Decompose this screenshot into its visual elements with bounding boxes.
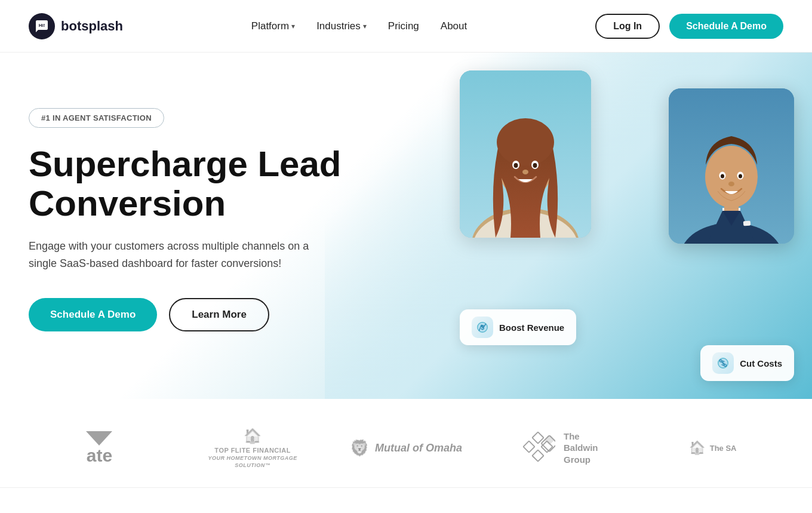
boost-icon: $ [472,317,493,338]
navbar: Hi! botsplash Platform ▾ Industries ▾ Pr… [0,0,812,53]
nav-actions: Log In Schedule A Demo [595,14,783,39]
svg-rect-22 [743,220,751,226]
svg-text:Hi!: Hi! [39,23,45,28]
svg-point-20 [739,174,742,179]
learn-more-button[interactable]: Learn More [169,298,269,331]
svg-rect-35 [532,450,543,461]
hero-images: $ Boost Revenue $ Cut Costs [412,53,812,399]
svg-point-21 [728,182,734,186]
hero-content: #1 IN AGENT SATISFACTION Supercharge Lea… [0,72,370,380]
person-man [669,88,794,244]
logo[interactable]: Hi! botsplash [29,13,123,39]
nav-platform[interactable]: Platform ▾ [251,20,295,32]
hero-title: Supercharge Lead Conversion [29,145,342,223]
svg-point-18 [721,174,724,179]
chevron-down-icon: ▾ [291,22,295,30]
svg-rect-34 [523,441,534,452]
nav-industries[interactable]: Industries ▾ [316,20,367,32]
schedule-demo-nav-button[interactable]: Schedule A Demo [669,14,783,39]
cut-costs-badge: $ Cut Costs [700,345,794,381]
hero-card-man [669,88,794,244]
svg-point-10 [533,163,537,168]
svg-point-16 [705,146,758,208]
logo-the-sa: 🏠 The SA [642,440,783,456]
logo-icon: Hi! [29,13,55,39]
logos-row: ate 🏠 Top Flite Financial Your Hometown … [29,428,783,468]
nav-about[interactable]: About [441,20,467,32]
hero-buttons: Schedule A Demo Learn More [29,298,342,331]
boost-revenue-badge: $ Boost Revenue [460,309,576,345]
nav-links: Platform ▾ Industries ▾ Pricing About [251,20,467,32]
cut-costs-icon: $ [712,352,734,374]
logo-baldwin-group: TheBaldwinGroup [488,429,630,466]
svg-point-8 [514,163,518,168]
person-woman [460,70,591,238]
schedule-demo-button[interactable]: Schedule A Demo [29,298,157,331]
chevron-down-icon: ▾ [363,22,367,30]
logo-mutual-omaha: 🦁 Mutual of Omaha [336,439,477,457]
hero-card-woman [460,70,591,238]
hero-section: #1 IN AGENT SATISFACTION Supercharge Lea… [0,53,812,399]
svg-rect-32 [532,432,543,443]
logo-top-flite: 🏠 Top Flite Financial Your Hometown Mort… [182,428,324,468]
logo-ate: ate [29,431,170,465]
nav-pricing[interactable]: Pricing [388,20,419,32]
svg-point-11 [522,170,528,174]
logos-section: ate 🏠 Top Flite Financial Your Hometown … [0,399,812,488]
agent-satisfaction-badge: #1 IN AGENT SATISFACTION [29,108,164,128]
svg-point-6 [497,118,554,166]
logo-text: botsplash [61,19,123,34]
hero-subtitle: Engage with your customers across multip… [29,238,339,272]
login-button[interactable]: Log In [595,14,660,39]
